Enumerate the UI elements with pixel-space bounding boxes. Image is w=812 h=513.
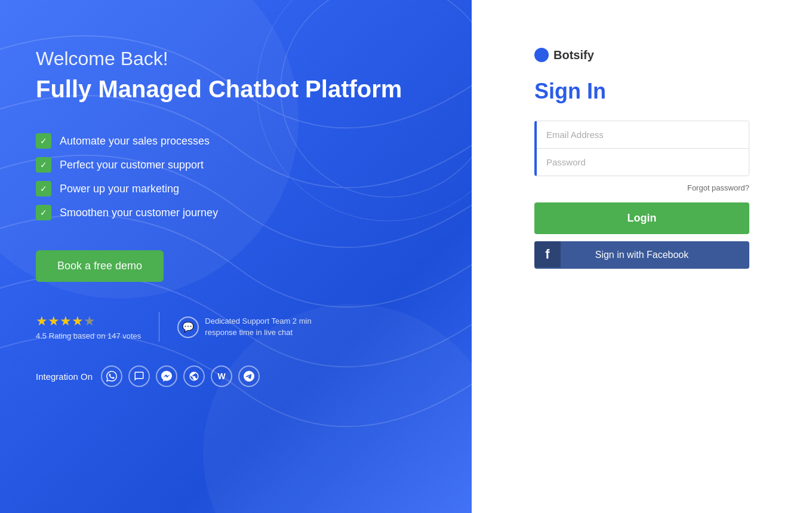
facebook-icon: f (534, 241, 561, 268)
logo-row: Botsify (534, 48, 749, 62)
features-list: ✓ Automate your sales processes ✓ Perfec… (36, 133, 436, 220)
rating-text: 4.5 Rating based on 147 votes (36, 331, 141, 340)
feature-text: Smoothen your customer journey (60, 207, 218, 219)
integration-row: Integration On W (36, 365, 436, 387)
web-icon (183, 365, 205, 387)
logo-name: Botsify (553, 48, 594, 62)
feature-text: Automate your sales processes (60, 135, 210, 148)
check-icon: ✓ (36, 181, 51, 196)
star-rating: ★★★★★ (36, 314, 141, 329)
right-panel: Botsify Sign In Forgot password? Login f… (472, 0, 812, 513)
messenger-icon (156, 365, 177, 387)
email-input[interactable] (537, 121, 749, 148)
facebook-button-label: Sign in with Facebook (543, 250, 741, 260)
integration-icons: W (101, 365, 260, 387)
demo-button[interactable]: Book a free demo (36, 250, 164, 282)
support-text: Dedicated Support Team 2 minresponse tim… (205, 315, 311, 339)
password-input[interactable] (537, 149, 749, 176)
check-icon: ✓ (36, 205, 51, 220)
forgot-password-link[interactable]: Forgot password? (687, 183, 749, 192)
whatsapp-icon (101, 365, 122, 387)
facebook-signin-button[interactable]: f Sign in with Facebook (534, 241, 749, 269)
list-item: ✓ Perfect your customer support (36, 157, 436, 173)
login-button[interactable]: Login (534, 202, 749, 234)
welcome-text: Welcome Back! (36, 48, 436, 70)
check-icon: ✓ (36, 157, 51, 173)
telegram-icon (238, 365, 260, 387)
login-container: Botsify Sign In Forgot password? Login f… (534, 48, 749, 269)
logo-icon (534, 48, 549, 62)
forgot-password-row: Forgot password? (534, 182, 749, 193)
feature-text: Power up your marketing (60, 183, 179, 195)
left-panel: Welcome Back! Fully Managed Chatbot Plat… (0, 0, 472, 513)
check-icon: ✓ (36, 133, 51, 149)
integration-label: Integration On (36, 371, 93, 382)
divider (159, 312, 159, 342)
support-section: 💬 Dedicated Support Team 2 minresponse t… (177, 315, 311, 339)
chat-widget-icon (128, 365, 150, 387)
rating-section: ★★★★★ 4.5 Rating based on 147 votes (36, 314, 141, 340)
list-item: ✓ Automate your sales processes (36, 133, 436, 149)
credentials-form (534, 121, 749, 176)
chat-icon: 💬 (177, 317, 199, 338)
bottom-info: ★★★★★ 4.5 Rating based on 147 votes 💬 De… (36, 312, 436, 342)
list-item: ✓ Smoothen your customer journey (36, 205, 436, 220)
list-item: ✓ Power up your marketing (36, 181, 436, 196)
page-title: Sign In (534, 79, 749, 104)
platform-title: Fully Managed Chatbot Platform (36, 75, 436, 103)
feature-text: Perfect your customer support (60, 159, 204, 171)
wordpress-icon: W (211, 365, 232, 387)
